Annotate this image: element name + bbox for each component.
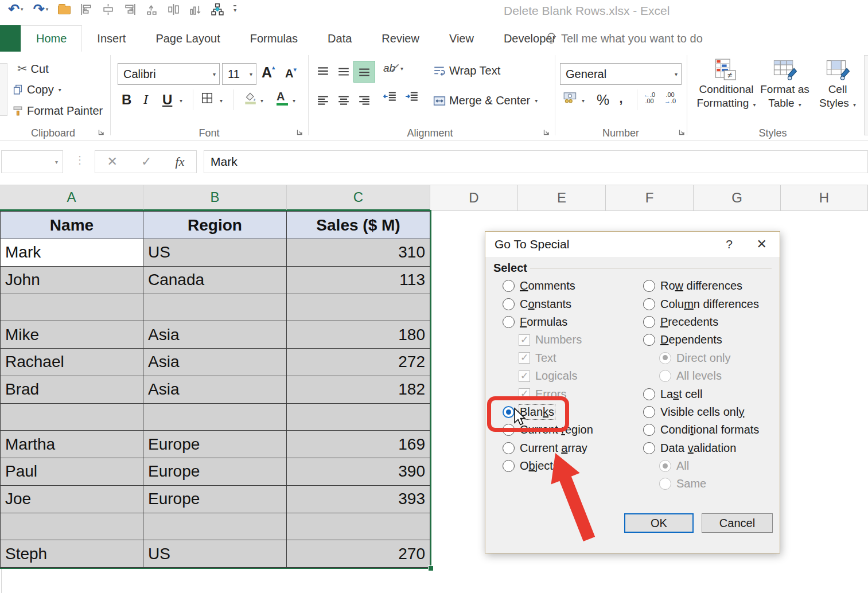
radio-icon[interactable] xyxy=(643,280,655,292)
chevron-down-icon[interactable]: ▾ xyxy=(21,6,24,12)
chevron-down-icon[interactable]: ▾ xyxy=(535,97,538,104)
option-precedents[interactable]: Precedents xyxy=(643,313,778,331)
option-visible-cells-only[interactable]: Visible cells only xyxy=(643,403,778,421)
cell-A11[interactable]: Joe xyxy=(0,486,143,513)
option-conditional-formats[interactable]: Conditional formats xyxy=(643,421,778,439)
cell-A10[interactable]: Paul xyxy=(0,458,143,486)
format-painter-button[interactable]: Format Painter xyxy=(13,104,103,118)
chevron-down-icon[interactable]: ▾ xyxy=(55,159,58,165)
column-header-G[interactable]: G xyxy=(694,185,781,210)
cell-C3[interactable]: 113 xyxy=(287,267,430,294)
column-header-D[interactable]: D xyxy=(430,185,518,210)
bottom-align-button[interactable] xyxy=(353,61,375,83)
radio-icon[interactable] xyxy=(503,460,515,472)
increase-indent-button[interactable] xyxy=(405,91,419,102)
font-color-dropdown[interactable]: ▾ xyxy=(293,97,295,104)
cell-styles-button[interactable]: Cell Styles ▾ xyxy=(815,58,861,112)
chevron-down-icon[interactable]: ▾ xyxy=(400,65,403,72)
middle-align-button[interactable] xyxy=(334,62,353,81)
align-right-button[interactable] xyxy=(355,91,374,110)
chevron-down-icon[interactable]: ▾ xyxy=(46,6,49,12)
column-header-B[interactable]: B xyxy=(143,185,287,210)
option-formulas[interactable]: Formulas xyxy=(503,313,640,331)
italic-button[interactable]: I xyxy=(143,92,148,107)
number-dialog-launcher[interactable] xyxy=(678,128,686,136)
tab-insert[interactable]: Insert xyxy=(82,25,141,52)
cancel-button[interactable]: Cancel xyxy=(702,513,773,533)
tab-page-layout[interactable]: Page Layout xyxy=(141,25,235,52)
chevron-down-icon[interactable]: ▾ xyxy=(213,71,216,77)
cell-A1[interactable]: Name xyxy=(0,211,143,239)
cell-B1[interactable]: Region xyxy=(143,211,287,239)
borders-dropdown[interactable]: ▾ xyxy=(220,97,223,104)
cell-A13[interactable]: Steph xyxy=(0,540,143,568)
radio-icon[interactable] xyxy=(643,442,655,454)
cell-C1[interactable]: Sales ($ M) xyxy=(287,211,430,239)
cell-A4[interactable] xyxy=(0,294,143,322)
cell-C12[interactable] xyxy=(287,513,430,541)
underline-dropdown[interactable]: ▾ xyxy=(180,97,182,104)
align-left-button[interactable] xyxy=(313,91,333,110)
cell-C7[interactable]: 182 xyxy=(287,376,430,404)
option-last-cell[interactable]: Last cell xyxy=(643,385,778,403)
font-size-combo[interactable]: 11▾ xyxy=(222,63,256,85)
move-up-button[interactable] xyxy=(146,3,158,15)
radio-icon[interactable] xyxy=(643,388,655,400)
chevron-down-icon[interactable]: ▾ xyxy=(59,87,61,93)
tab-data[interactable]: Data xyxy=(313,25,367,52)
redo-button[interactable]: ↷▾ xyxy=(33,3,49,15)
tab-formulas[interactable]: Formulas xyxy=(235,25,313,52)
option-objects[interactable]: Objects xyxy=(503,457,640,475)
top-align-button[interactable] xyxy=(313,62,333,81)
cell-B6[interactable]: Asia xyxy=(143,349,287,376)
font-name-combo[interactable]: Calibri▾ xyxy=(118,63,220,85)
customize-qat-button[interactable]: ▾ xyxy=(233,5,236,13)
cell-B9[interactable]: Europe xyxy=(143,431,287,458)
cell-B2[interactable]: US xyxy=(143,239,287,267)
wrap-text-button[interactable]: Wrap Text xyxy=(433,64,500,77)
borders-button[interactable] xyxy=(201,92,213,104)
radio-icon[interactable] xyxy=(643,406,655,418)
radio-icon[interactable] xyxy=(643,334,655,346)
number-format-combo[interactable]: General▾ xyxy=(560,63,682,85)
cell-B7[interactable]: Asia xyxy=(143,376,287,404)
format-as-table-button[interactable]: Format as Table ▾ xyxy=(757,58,812,112)
accounting-dropdown[interactable]: ▾ xyxy=(582,97,585,104)
enter-entry-icon[interactable]: ✓ xyxy=(141,154,151,169)
accounting-format-button[interactable] xyxy=(563,91,577,103)
cell-C9[interactable]: 169 xyxy=(287,431,430,458)
radio-icon[interactable] xyxy=(503,406,515,418)
file-tab-stub[interactable] xyxy=(0,25,21,52)
cell-C13[interactable]: 270 xyxy=(287,540,430,568)
dialog-close-button[interactable]: ✕ xyxy=(757,237,767,252)
radio-icon[interactable] xyxy=(643,424,655,436)
cell-A5[interactable]: Mike xyxy=(0,321,143,349)
font-dialog-launcher[interactable] xyxy=(296,128,303,136)
cancel-entry-icon[interactable]: ✕ xyxy=(107,154,118,169)
grow-font-button[interactable]: A▴ xyxy=(262,64,275,81)
fill-handle[interactable] xyxy=(428,565,434,571)
percent-style-button[interactable]: % xyxy=(597,92,609,108)
tell-me-box[interactable]: Tell me what you want to do xyxy=(546,25,703,52)
tab-view[interactable]: View xyxy=(434,25,489,52)
column-header-A[interactable]: A xyxy=(0,185,143,210)
cell-A9[interactable]: Martha xyxy=(0,431,143,458)
fill-color-button[interactable] xyxy=(243,91,257,105)
radio-icon[interactable] xyxy=(503,316,515,328)
option-constants[interactable]: Constants xyxy=(503,295,640,313)
shrink-font-button[interactable]: A▾ xyxy=(285,67,297,80)
cut-button[interactable]: ✂Cut xyxy=(17,62,49,76)
distribute-right-button[interactable] xyxy=(124,3,136,15)
cell-B3[interactable]: Canada xyxy=(143,267,287,294)
conditional-formatting-button[interactable]: ≠ Conditional Formatting ▾ xyxy=(696,58,756,112)
cell-B12[interactable] xyxy=(143,513,287,541)
chevron-down-icon[interactable]: ▾ xyxy=(250,71,252,77)
font-color-button[interactable]: A xyxy=(277,92,288,106)
cell-B10[interactable]: Europe xyxy=(143,458,287,486)
undo-button[interactable]: ↶▾ xyxy=(8,3,24,15)
chevron-down-icon[interactable]: ▾ xyxy=(675,71,678,77)
cell-A7[interactable]: Brad xyxy=(0,376,143,404)
bold-button[interactable]: B xyxy=(122,92,131,108)
radio-icon[interactable] xyxy=(503,424,515,436)
fill-color-dropdown[interactable]: ▾ xyxy=(260,97,263,104)
